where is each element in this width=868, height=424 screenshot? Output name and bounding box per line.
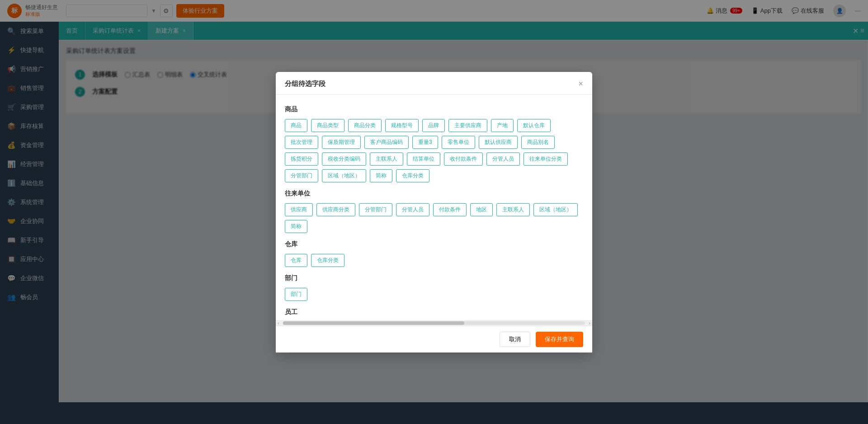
field-tag[interactable]: 默认供应商 <box>479 136 518 149</box>
scroll-track <box>283 321 585 325</box>
field-tag[interactable]: 批次管理 <box>285 136 318 149</box>
scroll-right-arrow[interactable]: › <box>587 320 592 326</box>
field-tag[interactable]: 重量3 <box>412 136 438 149</box>
field-grid-warehouse: 仓库 仓库分类 <box>285 254 583 267</box>
section-title-staff: 员工 <box>285 308 583 316</box>
section-title-partner: 往来单位 <box>285 190 583 198</box>
field-tag[interactable]: 客户商品编码 <box>364 136 409 149</box>
field-tag[interactable]: 规格型号 <box>385 119 419 132</box>
modal-overlay: 分组待选字段 × 商品 商品 商品类型 商品分类 规格型号 品牌 主要供应商 产… <box>0 0 868 424</box>
field-tag[interactable]: 主要供应商 <box>448 119 487 132</box>
field-tag[interactable]: 仓库 <box>285 254 307 267</box>
field-tag[interactable]: 区域（地区） <box>322 169 366 182</box>
field-tag[interactable]: 产地 <box>491 119 514 132</box>
field-grid-goods: 商品 商品类型 商品分类 规格型号 品牌 主要供应商 产地 默认仓库 批次管理 … <box>285 119 583 182</box>
field-tag[interactable]: 区域（地区） <box>533 203 578 216</box>
field-tag[interactable]: 分管人员 <box>396 203 429 216</box>
field-tag[interactable]: 商品分类 <box>348 119 382 132</box>
modal-footer: 取消 保存并查询 <box>276 326 592 353</box>
field-tag[interactable]: 主联系人 <box>496 203 530 216</box>
modal-horizontal-scrollbar[interactable]: ‹ › <box>276 320 592 326</box>
field-select-modal: 分组待选字段 × 商品 商品 商品类型 商品分类 规格型号 品牌 主要供应商 产… <box>276 72 592 353</box>
field-tag[interactable]: 商品类型 <box>311 119 344 132</box>
field-tag[interactable]: 默认仓库 <box>517 119 551 132</box>
field-tag[interactable]: 收付款条件 <box>444 152 483 166</box>
field-tag[interactable]: 主联系人 <box>370 152 403 166</box>
field-tag[interactable]: 供应商 <box>285 203 313 216</box>
field-tag[interactable]: 拣货积分 <box>285 152 318 166</box>
field-tag[interactable]: 仓库分类 <box>311 254 344 267</box>
section-title-dept: 部门 <box>285 274 583 282</box>
cancel-button[interactable]: 取消 <box>500 332 530 347</box>
section-title-goods: 商品 <box>285 105 583 114</box>
field-tag[interactable]: 零售单位 <box>442 136 475 149</box>
scroll-left-arrow[interactable]: ‹ <box>276 320 281 326</box>
modal-header: 分组待选字段 × <box>276 72 592 95</box>
field-tag[interactable]: 简称 <box>285 220 307 233</box>
section-title-warehouse: 仓库 <box>285 240 583 248</box>
field-tag[interactable]: 简称 <box>370 169 392 182</box>
field-tag[interactable]: 商品 <box>285 119 307 132</box>
field-tag[interactable]: 往来单位分类 <box>524 152 568 166</box>
modal-close-button[interactable]: × <box>578 79 583 89</box>
field-grid-partner: 供应商 供应商分类 分管部门 分管人员 付款条件 地区 主联系人 区域（地区） … <box>285 203 583 233</box>
field-tag[interactable]: 部门 <box>285 288 307 301</box>
field-tag[interactable]: 分管部门 <box>285 169 318 182</box>
field-grid-dept: 部门 <box>285 288 583 301</box>
field-tag[interactable]: 付款条件 <box>433 203 467 216</box>
confirm-button[interactable]: 保存并查询 <box>536 332 583 347</box>
scroll-thumb <box>283 321 464 325</box>
modal-body[interactable]: 商品 商品 商品类型 商品分类 规格型号 品牌 主要供应商 产地 默认仓库 批次… <box>276 95 592 320</box>
field-tag[interactable]: 仓库分类 <box>396 169 429 182</box>
field-tag[interactable]: 保质期管理 <box>322 136 361 149</box>
field-tag[interactable]: 分管部门 <box>359 203 392 216</box>
field-tag[interactable]: 供应商分类 <box>316 203 355 216</box>
field-tag[interactable]: 税收分类编码 <box>322 152 366 166</box>
field-tag[interactable]: 结算单位 <box>407 152 440 166</box>
field-tag[interactable]: 品牌 <box>422 119 445 132</box>
field-tag[interactable]: 分管人员 <box>486 152 520 166</box>
field-tag[interactable]: 商品别名 <box>521 136 555 149</box>
modal-title: 分组待选字段 <box>285 80 326 88</box>
field-tag[interactable]: 地区 <box>470 203 493 216</box>
